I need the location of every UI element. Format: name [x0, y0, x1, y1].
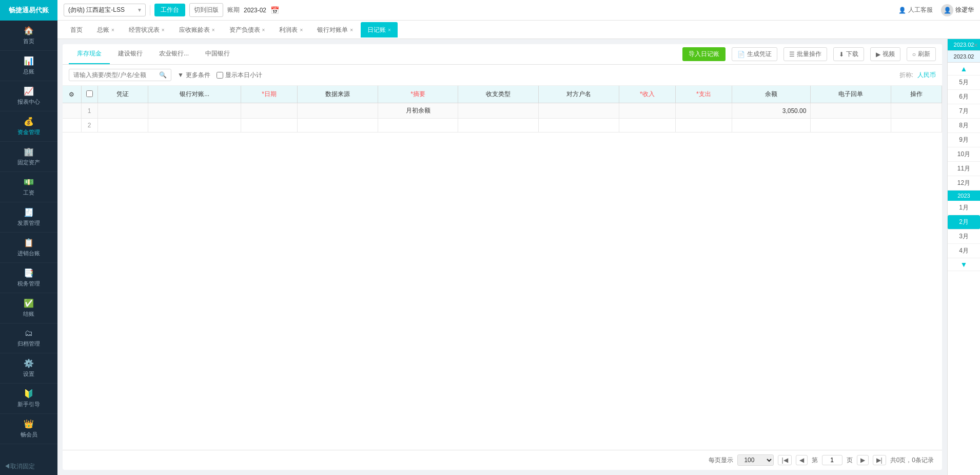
company-selector[interactable]: (勿动) 江西超宝-LSS ▼ — [64, 4, 146, 16]
tab-receivable-close[interactable]: × — [212, 27, 215, 33]
row-data-source — [298, 103, 378, 119]
more-filter-button[interactable]: ▼ 更多条件 — [178, 71, 210, 80]
ledger-icon: 📊 — [24, 56, 34, 66]
sidebar-item-label: 首页 — [23, 37, 34, 45]
sidebar-item-label: 总账 — [23, 68, 34, 75]
tab-ledger-close[interactable]: × — [111, 27, 114, 33]
page-number-input[interactable] — [822, 455, 842, 465]
sidebar-item-inventory[interactable]: 📋 进销台账 — [0, 233, 57, 263]
tab-journal[interactable]: 日记账 × — [361, 22, 398, 37]
customer-service[interactable]: 👤 人工客服 — [898, 6, 933, 14]
sidebar-item-salary[interactable]: 💵 工资 — [0, 172, 57, 202]
bank-tab-cash-label: 库存现金 — [77, 50, 102, 57]
date-month-3[interactable]: 3月 — [948, 230, 980, 244]
date-month-2-active[interactable]: 2月 — [948, 215, 980, 230]
old-version-button[interactable]: 切到旧版 — [189, 3, 223, 17]
tab-receivable[interactable]: 应收账龄表 × — [172, 22, 222, 37]
last-page-button[interactable]: ▶| — [873, 455, 886, 465]
sidebar-item-label: 发票管理 — [17, 219, 40, 227]
search-icon[interactable]: 🔍 — [159, 71, 167, 79]
close-date-panel-button[interactable]: × — [974, 41, 978, 49]
tab-balance-sheet-close[interactable]: × — [262, 27, 265, 33]
settings-icon: ⚙️ — [24, 358, 34, 368]
sidebar-toggle[interactable]: ◀取消固定 — [0, 458, 57, 475]
tab-bank-statement-close[interactable]: × — [350, 27, 353, 33]
sidebar-item-finance[interactable]: 💰 资金管理 — [0, 111, 57, 142]
th-income: *收入 — [619, 86, 675, 103]
member-icon: 👑 — [24, 419, 34, 429]
page-size-select[interactable]: 100 — [737, 454, 774, 466]
row-data-source — [298, 119, 378, 132]
download-button[interactable]: ⬇ 下载 — [833, 47, 864, 61]
date-month-11[interactable]: 11月 — [948, 162, 980, 176]
tab-operation-label: 经营状况表 — [129, 26, 160, 34]
search-input[interactable] — [73, 71, 156, 79]
tab-bank-statement[interactable]: 银行对账单 × — [310, 22, 360, 37]
date-month-7[interactable]: 7月 — [948, 104, 980, 119]
tab-operation-close[interactable]: × — [162, 27, 165, 33]
date-month-10[interactable]: 10月 — [948, 147, 980, 162]
tab-ledger[interactable]: 总账 × — [90, 22, 121, 37]
app-logo: 畅捷通易代账 — [0, 0, 57, 21]
sidebar-item-reports[interactable]: 📈 报表中心 — [0, 81, 57, 111]
tab-journal-close[interactable]: × — [388, 27, 391, 33]
salary-icon: 💵 — [24, 177, 34, 187]
sidebar-item-ledger[interactable]: 📊 总账 — [0, 51, 57, 81]
content: 库存现金 建设银行 农业银行... 中国银行 导入日记账 📄 — [57, 39, 947, 475]
table-row: 2 — [63, 119, 942, 132]
select-all-checkbox[interactable] — [86, 90, 93, 97]
prev-page-button[interactable]: ◀ — [796, 455, 808, 465]
refresh-label: 刷新 — [918, 50, 930, 59]
page-unit: 页 — [847, 456, 853, 465]
bank-tab-agriculture[interactable]: 农业银行... — [151, 44, 197, 64]
daily-subtotal-input[interactable] — [217, 72, 223, 79]
tab-balance-sheet[interactable]: 资产负债表 × — [223, 22, 272, 37]
bank-tab-construction[interactable]: 建设银行 — [110, 44, 151, 64]
import-journal-button[interactable]: 导入日记账 — [682, 47, 726, 61]
user-info[interactable]: 👤 徐逻华 — [941, 4, 974, 16]
sidebar-item-label: 工资 — [23, 189, 34, 197]
date-month-4[interactable]: 4月 — [948, 244, 980, 258]
bank-tab-cash[interactable]: 库存现金 — [69, 44, 110, 64]
sidebar-item-home[interactable]: 🏠 首页 — [0, 21, 57, 51]
refresh-button[interactable]: ○ 刷新 — [907, 47, 936, 61]
sidebar-item-assets[interactable]: 🏢 固定资产 — [0, 142, 57, 172]
tab-home[interactable]: 首页 — [64, 22, 89, 37]
close-books-icon: ✅ — [24, 298, 34, 308]
sidebar-item-invoice[interactable]: 🧾 发票管理 — [0, 202, 57, 233]
generate-voucher-button[interactable]: 📄 生成凭证 — [732, 47, 777, 61]
first-page-button[interactable]: |◀ — [778, 455, 791, 465]
sidebar-item-archive[interactable]: 🗂 归档管理 — [0, 324, 57, 353]
row-bank-match — [148, 103, 241, 119]
reports-icon: 📈 — [24, 86, 34, 96]
bank-tab-china[interactable]: 中国银行 — [197, 44, 238, 64]
tab-profit-close[interactable]: × — [300, 27, 303, 33]
th-voucher: 凭证 — [97, 86, 148, 103]
tab-profit[interactable]: 利润表 × — [272, 22, 309, 37]
next-page-button[interactable]: ▶ — [857, 455, 869, 465]
date-month-8[interactable]: 8月 — [948, 119, 980, 133]
divider — [150, 5, 150, 15]
date-month-9[interactable]: 9月 — [948, 133, 980, 147]
sidebar-item-settings[interactable]: ⚙️ 设置 — [0, 353, 57, 384]
tab-operation[interactable]: 经营状况表 × — [122, 22, 171, 37]
workspace-button[interactable]: 工作台 — [154, 4, 185, 16]
date-month-6[interactable]: 6月 — [948, 90, 980, 104]
batch-operation-button[interactable]: ☰ 批量操作 — [783, 47, 827, 61]
date-panel-down-arrow[interactable]: ▼ — [948, 258, 980, 271]
sidebar-item-close[interactable]: ✅ 结账 — [0, 293, 57, 324]
video-button[interactable]: ▶ 视频 — [870, 47, 900, 61]
sidebar-item-tax[interactable]: 📑 税务管理 — [0, 263, 57, 293]
date-month-12[interactable]: 12月 — [948, 176, 980, 191]
calendar-icon[interactable]: 📅 — [270, 6, 279, 14]
sidebar-item-guide[interactable]: 🔰 新手引导 — [0, 384, 57, 414]
date-month-5[interactable]: 5月 — [948, 75, 980, 90]
date-panel-up-arrow[interactable]: ▲ — [948, 63, 980, 75]
table-container: ⚙ 凭证 银行对账... *日期 数据来源 *摘要 收支类型 — [63, 86, 942, 450]
currency-value[interactable]: 人民币 — [917, 71, 936, 80]
sidebar-item-member[interactable]: 👑 畅会员 — [0, 414, 57, 444]
date-month-1[interactable]: 1月 — [948, 201, 980, 215]
daily-subtotal-checkbox[interactable]: 显示本日小计 — [217, 71, 262, 80]
column-settings-icon[interactable]: ⚙ — [69, 91, 74, 98]
date-panel-header2[interactable]: 2023.02 — [948, 51, 980, 63]
